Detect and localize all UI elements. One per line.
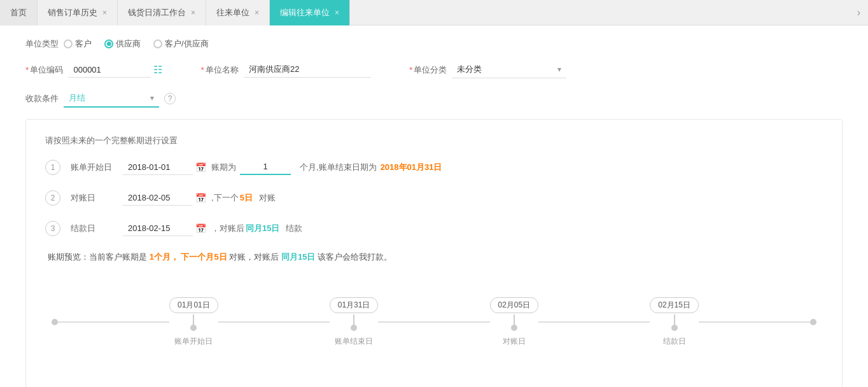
timeline-sublabel-4: 结款日 — [663, 336, 686, 347]
preview-settlement-day: 同月15日 — [281, 252, 315, 262]
preview-reconcile-day: 下一个月5日 — [181, 252, 227, 262]
calendar-icon-3[interactable]: 📅 — [195, 223, 206, 234]
setting-num-3: 3 — [45, 221, 60, 236]
main-content: 单位类型 客户 供应商 客户/供应商 * 单位编码 ☷ * 单位名称 * — [0, 25, 868, 387]
reconcile-label: 对账日 — [71, 192, 115, 204]
timeline-pill-4: 02月15日 — [650, 297, 699, 313]
payment-condition-label: 收款条件 — [25, 93, 59, 104]
timeline-node-1: 01月01日 账单开始日 — [169, 297, 218, 347]
settings-card: 请按照未来的一个完整帐期进行设置 1 账单开始日 📅 账期为 个月,账单结束日期… — [25, 119, 843, 387]
help-icon[interactable]: ? — [164, 93, 176, 104]
radio-circle-supplier — [104, 39, 113, 48]
tab-partner[interactable]: 往来单位 × — [206, 0, 270, 25]
timeline-node-4: 02月15日 结款日 — [650, 297, 699, 347]
reconcile-desc: ,下一个 — [211, 192, 239, 204]
unit-type-row: 单位类型 客户 供应商 客户/供应商 — [25, 38, 843, 50]
preview-mid: 对账，对账后 — [229, 252, 279, 262]
timeline-pill-1: 01月01日 — [169, 297, 218, 313]
setting-row-3: 3 结款日 📅 ，对账后 同月15日 结款 — [45, 221, 823, 236]
radio-circle-both — [153, 39, 162, 48]
unit-info-row: * 单位编码 ☷ * 单位名称 * 单位分类 未分类 ▾ — [25, 61, 843, 78]
timeline-spacer-2 — [378, 321, 489, 323]
timeline-end-dot — [810, 319, 816, 325]
unit-name-label: 单位名称 — [206, 64, 239, 76]
timeline-sublabel-2: 账单结束日 — [335, 336, 373, 347]
unit-category-value: 未分类 — [457, 64, 557, 75]
unit-category-label: 单位分类 — [414, 64, 447, 76]
radio-supplier[interactable]: 供应商 — [104, 38, 141, 50]
timeline-pill-3: 02月05日 — [490, 297, 539, 313]
timeline-spacer-4 — [699, 321, 810, 323]
reconcile-date-input[interactable] — [123, 190, 193, 206]
preview-period: 1个月， — [150, 252, 179, 262]
payment-condition-row: 收款条件 月结 ▾ ? — [25, 90, 843, 108]
payment-condition-value: 月结 — [69, 92, 150, 104]
account-end-date-highlight: 2018年01月31日 — [381, 162, 442, 173]
timeline-sublabel-1: 账单开始日 — [174, 336, 213, 347]
payment-dropdown-icon: ▾ — [150, 94, 154, 102]
unit-category-select[interactable]: 未分类 ▾ — [452, 61, 566, 78]
required-star-name: * — [200, 65, 204, 75]
unit-name-input[interactable] — [244, 62, 371, 78]
preview-text: 账期预览：当前客户账期是 1个月， 下一个月5日 对账，对账后 同月15日 该客… — [45, 251, 823, 263]
radio-both[interactable]: 客户/供应商 — [153, 38, 209, 50]
period-suffix: 个月,账单结束日期为 — [300, 162, 377, 173]
category-dropdown-icon: ▾ — [557, 65, 561, 74]
settlement-day-highlight: 同月15日 — [246, 223, 279, 234]
unit-type-radio-group: 客户 供应商 客户/供应商 — [64, 38, 209, 50]
tab-edit-partner[interactable]: 编辑往来单位 × — [270, 0, 350, 25]
tab-bar: 首页 销售订单历史 × 钱货日清工作台 × 往来单位 × 编辑往来单位 × › — [0, 0, 868, 25]
setting-row-1: 1 账单开始日 📅 账期为 个月,账单结束日期为 2018年01月31日 — [45, 159, 823, 175]
settlement-desc: ，对账后 — [211, 223, 244, 234]
timeline-node-2: 01月31日 账单结束日 — [330, 297, 379, 347]
unit-code-label: 单位编码 — [30, 64, 63, 76]
timeline-sublabel-3: 对账日 — [503, 336, 526, 347]
timeline-row: 01月01日 账单开始日 01月31日 账单结束日 — [52, 297, 816, 347]
settlement-label: 结款日 — [71, 223, 115, 234]
account-start-date-input[interactable] — [123, 160, 193, 175]
timeline-start-dot — [52, 319, 58, 325]
settlement-suffix: 结款 — [286, 223, 302, 234]
required-star-code: * — [25, 65, 29, 75]
radio-circle-customer — [64, 39, 73, 48]
tab-close-cashier[interactable]: × — [191, 8, 195, 17]
tab-close-partner[interactable]: × — [255, 8, 259, 17]
tab-close-edit-partner[interactable]: × — [335, 8, 339, 17]
tab-expand-btn[interactable]: › — [850, 7, 868, 18]
tab-cashier[interactable]: 钱货日清工作台 × — [118, 0, 206, 25]
timeline-spacer-3 — [538, 321, 650, 323]
unit-type-label: 单位类型 — [25, 38, 59, 50]
timeline-node-3: 02月05日 对账日 — [490, 297, 539, 347]
tab-close-sales-history[interactable]: × — [102, 8, 107, 17]
reconcile-day-highlight: 5日 — [240, 192, 253, 204]
card-title: 请按照未来的一个完整帐期进行设置 — [45, 135, 823, 146]
setting-num-2: 2 — [45, 190, 60, 206]
timeline-pill-2: 01月31日 — [330, 297, 379, 313]
timeline-wrapper: 01月01日 账单开始日 01月31日 账单结束日 — [45, 278, 823, 379]
tab-sales-history[interactable]: 销售订单历史 × — [38, 0, 118, 25]
calendar-icon-1[interactable]: 📅 — [195, 162, 206, 172]
payment-condition-select[interactable]: 月结 ▾ — [64, 90, 159, 108]
timeline-spacer-1 — [218, 321, 330, 323]
timeline-spacer-0 — [58, 321, 169, 323]
setting-row-2: 2 对账日 📅 ,下一个 5日 对账 — [45, 190, 823, 206]
unit-code-icon[interactable]: ☷ — [153, 64, 162, 76]
account-start-label: 账单开始日 — [71, 162, 115, 173]
radio-customer[interactable]: 客户 — [64, 38, 92, 50]
settlement-date-input[interactable] — [123, 221, 193, 236]
reconcile-suffix: 对账 — [259, 192, 276, 204]
setting-num-1: 1 — [45, 160, 60, 175]
period-input[interactable] — [240, 159, 291, 175]
period-prefix: 账期为 — [211, 162, 236, 173]
unit-code-input[interactable] — [68, 62, 151, 78]
tab-home[interactable]: 首页 — [0, 0, 38, 25]
required-star-category: * — [409, 65, 412, 75]
calendar-icon-2[interactable]: 📅 — [195, 193, 206, 203]
